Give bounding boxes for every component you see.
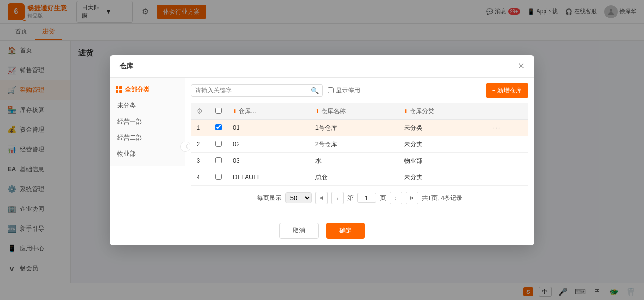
- confirm-button[interactable]: 确定: [326, 223, 365, 239]
- sort-icon-category: ⬆: [404, 108, 408, 114]
- row-actions-cell: [487, 169, 528, 185]
- row-checkbox-cell: [210, 136, 227, 152]
- row-name-cell: 水: [310, 152, 398, 169]
- table-panel: 🔍 显示停用 + 新增仓库 ⚙: [185, 78, 534, 216]
- th-category: ⬆ 仓库分类: [398, 103, 487, 120]
- row-checkbox[interactable]: [215, 174, 222, 180]
- modal-title: 仓库: [119, 62, 133, 71]
- page-size-select[interactable]: 50 100 200: [285, 192, 312, 203]
- pagination-bar: 每页显示 50 100 200 ⊲ ‹ 第 页 › ⊳ 共1页, 4条记录: [191, 186, 528, 210]
- row-actions-cell: [487, 136, 528, 152]
- gear-icon[interactable]: ⚙: [197, 107, 203, 115]
- modal-overlay: 仓库 ✕ 全部分类 未分类 经营一部 经营二部 物业部: [0, 0, 644, 300]
- select-all-checkbox[interactable]: [215, 108, 222, 114]
- row-code-cell: 02: [227, 136, 310, 152]
- sort-icon-code: ⬆: [233, 108, 237, 114]
- search-input[interactable]: [195, 87, 311, 94]
- table-container: ⚙ ⬆ 仓库...: [191, 103, 528, 186]
- row-name-cell: 2号仓库: [310, 136, 398, 152]
- table-toolbar: 🔍 显示停用 + 新增仓库: [191, 83, 528, 98]
- search-input-wrap: 🔍: [191, 84, 323, 97]
- first-page-button[interactable]: ⊲: [315, 192, 328, 204]
- row-num-cell: 1: [191, 119, 210, 136]
- warehouse-modal: 仓库 ✕ 全部分类 未分类 经营一部 经营二部 物业部: [110, 55, 534, 245]
- row-checkbox[interactable]: [215, 141, 222, 147]
- modal-close-button[interactable]: ✕: [518, 62, 525, 70]
- th-actions: [487, 103, 528, 120]
- table-header: ⚙ ⬆ 仓库...: [191, 103, 528, 120]
- modal-body: 全部分类 未分类 经营一部 经营二部 物业部 《 🔍: [110, 78, 534, 216]
- row-checkbox-cell: [210, 119, 227, 136]
- page-label: 页: [380, 194, 386, 202]
- row-code-cell: DEFAULT: [227, 169, 310, 185]
- category-panel: 全部分类 未分类 经营一部 经营二部 物业部: [110, 78, 185, 166]
- show-disabled-checkbox[interactable]: [328, 87, 334, 93]
- add-warehouse-button[interactable]: + 新增仓库: [486, 83, 528, 98]
- prev-page-button[interactable]: ‹: [331, 192, 344, 204]
- row-num-cell: 3: [191, 152, 210, 169]
- category-item-unclassified[interactable]: 未分类: [110, 98, 185, 114]
- all-categories-item[interactable]: 全部分类: [110, 82, 185, 98]
- modal-footer: 取消 确定: [110, 216, 534, 245]
- row-checkbox-cell: [210, 169, 227, 185]
- th-checkbox: [210, 103, 227, 120]
- row-checkbox[interactable]: [215, 124, 222, 130]
- row-actions-cell: [487, 152, 528, 169]
- row-category-cell: 物业部: [398, 152, 487, 169]
- row-actions-cell: ···: [487, 119, 528, 136]
- row-checkbox-cell: [210, 152, 227, 169]
- th-code: ⬆ 仓库...: [227, 103, 310, 120]
- row-category-cell: 未分类: [398, 119, 487, 136]
- row-name-cell: 1号仓库: [310, 119, 398, 136]
- row-num-cell: 4: [191, 169, 210, 185]
- last-page-button[interactable]: ⊳: [406, 192, 418, 204]
- warehouse-table: ⚙ ⬆ 仓库...: [191, 103, 528, 186]
- table-row[interactable]: 1 01 1号仓库 未分类 ···: [191, 119, 528, 136]
- search-icon[interactable]: 🔍: [311, 87, 319, 94]
- category-panel-wrapper: 全部分类 未分类 经营一部 经营二部 物业部 《: [110, 78, 185, 216]
- grid-icon: [116, 86, 122, 93]
- row-name-cell: 总仓: [310, 169, 398, 185]
- category-item-property[interactable]: 物业部: [110, 146, 185, 162]
- row-action-dots[interactable]: ···: [493, 124, 501, 131]
- cancel-button[interactable]: 取消: [279, 223, 319, 239]
- page-num-label: 第: [347, 194, 354, 202]
- row-category-cell: 未分类: [398, 169, 487, 185]
- sort-icon-name: ⬆: [315, 108, 319, 114]
- show-disabled-wrap: 显示停用: [328, 86, 360, 95]
- row-category-cell: 未分类: [398, 136, 487, 152]
- row-code-cell: 03: [227, 152, 310, 169]
- table-row[interactable]: 3 03 水 物业部: [191, 152, 528, 169]
- row-code-cell: 01: [227, 119, 310, 136]
- category-item-operations2[interactable]: 经营二部: [110, 130, 185, 146]
- table-row[interactable]: 2 02 2号仓库 未分类: [191, 136, 528, 152]
- next-page-button[interactable]: ›: [390, 192, 402, 204]
- th-name: ⬆ 仓库名称: [310, 103, 398, 120]
- page-info: 共1页, 4条记录: [422, 194, 463, 202]
- row-checkbox[interactable]: [215, 157, 222, 163]
- page-input[interactable]: [357, 193, 376, 203]
- collapse-category-button[interactable]: 《: [180, 142, 190, 152]
- th-gear: ⚙: [191, 103, 210, 120]
- table-row[interactable]: 4 DEFAULT 总仓 未分类: [191, 169, 528, 185]
- row-num-cell: 2: [191, 136, 210, 152]
- category-item-operations1[interactable]: 经营一部: [110, 114, 185, 130]
- modal-header: 仓库 ✕: [110, 55, 534, 78]
- table-body: 1 01 1号仓库 未分类 ··· 2 02 2号仓库 未分类 3: [191, 119, 528, 185]
